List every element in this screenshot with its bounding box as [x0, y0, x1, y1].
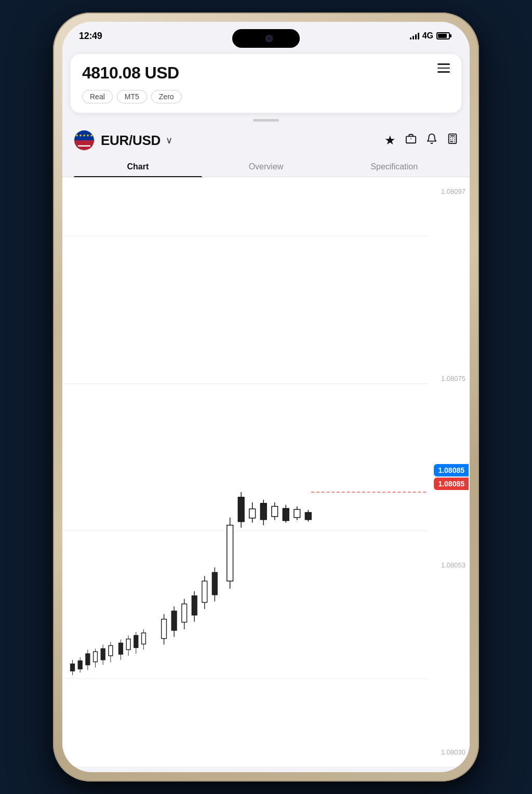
svg-rect-0 — [406, 136, 416, 143]
status-time: 12:49 — [79, 31, 102, 42]
svg-rect-13 — [71, 664, 75, 671]
symbol-actions: ★ — [384, 133, 458, 148]
favorite-icon[interactable]: ★ — [384, 133, 396, 148]
account-tags: Real MT5 Zero — [82, 90, 450, 103]
svg-rect-23 — [109, 645, 113, 656]
battery-fill — [438, 34, 447, 38]
svg-rect-33 — [162, 619, 167, 639]
svg-rect-35 — [171, 611, 177, 630]
svg-rect-39 — [192, 596, 197, 615]
signal-bar-3 — [415, 34, 417, 39]
status-icons: 4G — [410, 31, 450, 41]
price-label-2: 1.08075 — [432, 375, 466, 382]
account-balance: 4810.08 USD — [82, 63, 450, 83]
price-label-1: 1.08097 — [432, 188, 466, 195]
svg-rect-15 — [78, 661, 82, 669]
svg-rect-25 — [119, 643, 123, 655]
tag-zero[interactable]: Zero — [151, 90, 182, 103]
svg-rect-19 — [94, 652, 98, 662]
svg-rect-31 — [142, 633, 146, 644]
tab-specification[interactable]: Specification — [330, 156, 458, 177]
price-label-4: 1.08030 — [432, 748, 466, 756]
phone-frame: 12:49 4G 4810.08 USD — [53, 12, 479, 782]
signal-bars — [410, 32, 419, 39]
bell-icon[interactable] — [426, 133, 437, 148]
battery-icon — [436, 32, 450, 39]
chart-area[interactable]: 1.08097 1.08075 1.08053 1.08030 1.08085 … — [62, 177, 470, 766]
tab-overview[interactable]: Overview — [202, 156, 330, 177]
tabs: Chart Overview Specification — [62, 156, 470, 177]
signal-bar-4 — [418, 33, 419, 39]
us-stripes: ▬▬▬ — [78, 143, 90, 148]
signal-bar-2 — [413, 36, 414, 39]
tab-chart[interactable]: Chart — [74, 156, 202, 177]
symbol-name-group[interactable]: EUR/USD ∨ — [101, 133, 172, 149]
hamburger-line-3 — [437, 71, 450, 73]
svg-rect-59 — [305, 512, 311, 520]
svg-rect-45 — [227, 525, 233, 581]
currency-flag-icon: ★★★★★ ▬▬▬ — [74, 130, 95, 151]
status-bar: 12:49 4G — [62, 22, 470, 50]
symbol-header: ★★★★★ ▬▬▬ EUR/USD ∨ ★ — [62, 127, 470, 156]
phone-screen: 12:49 4G 4810.08 USD — [62, 22, 470, 772]
chevron-down-icon[interactable]: ∨ — [166, 135, 172, 146]
svg-rect-55 — [283, 508, 289, 520]
svg-rect-51 — [260, 504, 267, 520]
symbol-name: EUR/USD — [101, 133, 161, 149]
svg-rect-37 — [182, 604, 187, 622]
tag-real[interactable]: Real — [82, 90, 113, 103]
svg-rect-27 — [126, 639, 130, 650]
camera-dot — [265, 35, 273, 42]
svg-rect-21 — [101, 649, 105, 660]
eu-stars: ★★★★★ — [75, 134, 94, 138]
network-type: 4G — [422, 31, 433, 41]
tag-mt5[interactable]: MT5 — [117, 90, 147, 103]
ask-price-badge[interactable]: 1.08085 — [434, 478, 469, 490]
account-card: 4810.08 USD Real MT5 Zero — [71, 54, 461, 113]
svg-rect-57 — [294, 509, 300, 518]
signal-bar-1 — [410, 37, 411, 39]
hamburger-line-2 — [437, 68, 450, 69]
dynamic-island — [232, 29, 300, 48]
svg-rect-43 — [212, 573, 217, 595]
briefcase-icon[interactable] — [405, 133, 417, 148]
calculator-icon[interactable] — [447, 133, 458, 148]
svg-rect-49 — [249, 509, 256, 518]
hamburger-button[interactable] — [437, 63, 450, 73]
svg-rect-47 — [238, 497, 244, 522]
candlestick-chart — [62, 177, 428, 766]
svg-rect-17 — [86, 654, 90, 665]
svg-rect-29 — [134, 636, 138, 647]
eu-flag-top: ★★★★★ — [74, 130, 94, 140]
symbol-left: ★★★★★ ▬▬▬ EUR/USD ∨ — [74, 130, 172, 151]
us-flag-bottom: ▬▬▬ — [74, 140, 94, 150]
svg-rect-41 — [202, 581, 207, 602]
hamburger-line-1 — [437, 63, 450, 65]
svg-rect-53 — [272, 506, 278, 517]
drag-handle — [253, 119, 279, 122]
price-badges: 1.08085 1.08085 — [434, 464, 469, 490]
bid-price-badge[interactable]: 1.08085 — [434, 464, 469, 477]
price-label-3: 1.08053 — [432, 561, 466, 569]
